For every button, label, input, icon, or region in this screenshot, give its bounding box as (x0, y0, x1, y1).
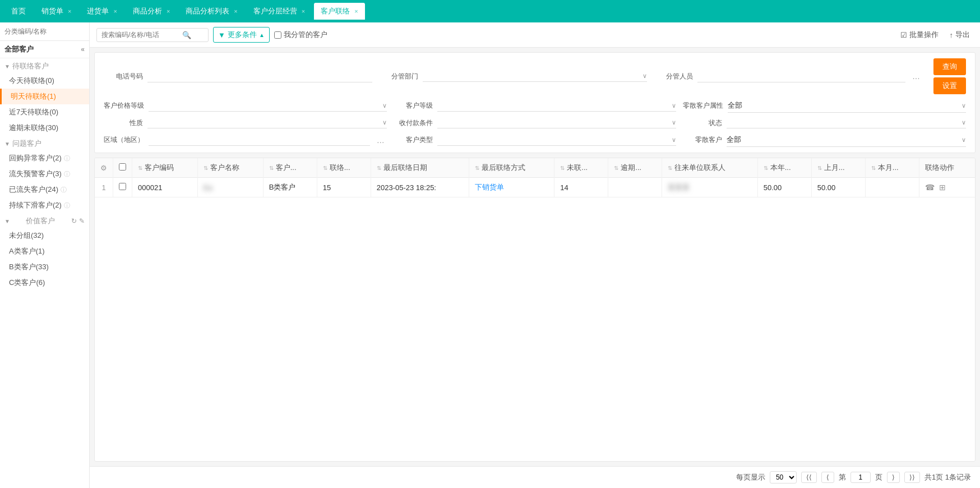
col-customer-name[interactable]: 客户名称 (197, 158, 263, 178)
filter-price-level-field: 客户价格等级 ∨ (104, 100, 387, 112)
filter-customer-type-select[interactable]: ∨ (437, 135, 677, 146)
col-last-contact-method[interactable]: 最后联络方式 (469, 158, 554, 178)
sidebar-item-7days-contact[interactable]: 近7天待联络(0) (0, 104, 89, 120)
filter-person-label: 分管人员 (654, 72, 693, 81)
filter-person-input[interactable] (697, 71, 905, 82)
nav-product-analysis[interactable]: 商品分析 × (126, 3, 177, 20)
contact-action-icon[interactable]: ☎ (925, 183, 935, 192)
nav-product-analysis-list[interactable]: 商品分析列表 × (179, 3, 244, 20)
person-dots-icon[interactable]: … (910, 72, 922, 81)
sidebar-item-churn-warning[interactable]: 流失预警客户(3) ⓘ (0, 166, 89, 182)
page-unit-label: 页 (875, 472, 882, 482)
sidebar-item-declining[interactable]: 持续下滑客户(2) ⓘ (0, 197, 89, 213)
sidebar-item-ungrouped[interactable]: 未分组(32) (0, 228, 89, 243)
sidebar-item-churned[interactable]: 已流失客户(24) ⓘ (0, 182, 89, 197)
select-all-checkbox[interactable] (119, 163, 126, 171)
filter-status-field: 状态 ∨ (683, 117, 966, 128)
filter-dept-select[interactable]: ∨ (423, 71, 648, 82)
close-purchase-icon[interactable]: × (113, 8, 117, 15)
last-contact-method-link[interactable]: 下销货单 (475, 183, 504, 191)
my-customer-checkbox[interactable]: 我分管的客户 (274, 30, 327, 40)
row-checkbox[interactable] (119, 183, 126, 190)
row-overdue (608, 178, 662, 197)
close-customer-contact-icon[interactable]: × (354, 8, 358, 15)
page-size-select[interactable]: 50 (770, 471, 797, 484)
search-box: 🔍 (96, 28, 209, 42)
prev-page-button[interactable]: ⟨ (821, 472, 834, 483)
filter-retail-customer-select[interactable]: 全部 ∨ (727, 133, 966, 147)
close-sales-icon[interactable]: × (68, 8, 71, 15)
filter-retail-attr-select[interactable]: 全部 ∨ (728, 99, 966, 113)
filter-nature-select[interactable]: ∨ (147, 117, 387, 128)
col-checkbox[interactable] (113, 158, 132, 178)
close-customer-stratify-icon[interactable]: × (302, 8, 305, 15)
col-overdue[interactable]: 逾期... (608, 158, 662, 178)
col-uncontacted[interactable]: 未联... (554, 158, 608, 178)
group-problem-customers[interactable]: 问题客户 (0, 136, 89, 150)
sidebar-item-c-class[interactable]: C类客户(6) (0, 275, 89, 291)
retail-customer-value: 全部 (727, 135, 741, 145)
row-num: 1 (95, 178, 113, 197)
sidebar-item-b-class[interactable]: B类客户(33) (0, 259, 89, 275)
sidebar-item-overdue-contact[interactable]: 逾期未联络(30) (0, 120, 89, 136)
filter-phone-input[interactable] (147, 71, 372, 82)
edit-icon[interactable]: ✎ (79, 217, 85, 225)
sidebar-search-input[interactable] (4, 27, 89, 35)
group-value-customers[interactable]: 价值客户 ↻ ✎ (0, 213, 89, 228)
nav-sales[interactable]: 销货单 × (35, 3, 78, 20)
dept-chevron-icon: ∨ (642, 72, 647, 80)
col-settings[interactable]: ⚙ (95, 158, 113, 178)
filter-row-1: 电话号码 分管部门 ∨ 分管人员 … 查询 设置 (104, 58, 966, 94)
sidebar-item-today-contact[interactable]: 今天待联络(0) (0, 73, 89, 89)
nav-customer-contact[interactable]: 客户联络 × (314, 3, 364, 20)
close-product-analysis-icon[interactable]: × (167, 8, 170, 15)
refresh-icon[interactable]: ↻ (71, 217, 77, 225)
all-customers-header[interactable]: 全部客户 « (0, 41, 89, 58)
sidebar-item-repurchase-abnormal[interactable]: 回购异常客户(2) ⓘ (0, 150, 89, 166)
col-contact-count[interactable]: 联络... (317, 158, 371, 178)
next-page-button[interactable]: ⟩ (887, 472, 900, 483)
col-customer-code[interactable]: 客户编码 (132, 158, 198, 178)
retail-attr-chevron-icon: ∨ (961, 102, 966, 109)
sidebar-item-a-class[interactable]: A类客户(1) (0, 243, 89, 259)
more-action-icon[interactable]: ⊞ (939, 183, 946, 192)
col-last-contact-date[interactable]: 最后联络日期 (371, 158, 469, 178)
col-unit-contact[interactable]: 往来单位联系人 (662, 158, 757, 178)
nav-home[interactable]: 首页 (4, 3, 33, 20)
region-dots-icon[interactable]: … (375, 136, 387, 145)
filter-customer-level-select[interactable]: ∨ (437, 100, 677, 112)
filter-region-input[interactable] (149, 134, 370, 146)
last-page-button[interactable]: ⟩⟩ (904, 472, 920, 483)
settings-gear-icon[interactable]: ⚙ (100, 164, 107, 172)
page-number-input[interactable] (850, 472, 871, 483)
group-pending-contact[interactable]: 待联络客户 (0, 58, 89, 73)
col-this-year[interactable]: 本年... (757, 158, 811, 178)
main-search-input[interactable] (101, 31, 180, 39)
row-last-contact-method[interactable]: 下销货单 (469, 178, 554, 197)
sidebar-item-tomorrow-contact[interactable]: 明天待联络(1) (0, 89, 89, 104)
query-button[interactable]: 查询 (933, 58, 966, 75)
settings-button[interactable]: 设置 (933, 77, 966, 94)
main-search-icon[interactable]: 🔍 (182, 31, 191, 39)
first-page-button[interactable]: ⟨⟨ (801, 472, 817, 483)
close-product-analysis-list-icon[interactable]: × (234, 8, 237, 15)
nav-purchase[interactable]: 进货单 × (80, 3, 123, 20)
page-label: 第 (839, 472, 846, 482)
row-checkbox-cell[interactable] (113, 178, 132, 197)
filter-price-level-select[interactable]: ∨ (149, 100, 387, 112)
col-customer-type[interactable]: 客户... (263, 158, 317, 178)
filter-customer-level-field: 客户等级 ∨ (394, 100, 677, 112)
my-customer-check[interactable] (274, 31, 281, 39)
export-button[interactable]: ↑ 导出 (946, 27, 974, 42)
filter-retail-attr-label: 零散客户属性 (683, 101, 723, 111)
batch-operation-button[interactable]: ☑ 批量操作 (897, 27, 942, 42)
filter-payment-select[interactable]: ∨ (437, 117, 677, 128)
sidebar-search-container: 🔍 (0, 22, 89, 41)
nature-chevron-icon: ∨ (382, 119, 387, 126)
data-table: ⚙ 客户编码 客户名称 客户... (95, 158, 975, 197)
nav-customer-stratify[interactable]: 客户分层经营 × (247, 3, 312, 20)
col-last-month[interactable]: 上月... (811, 158, 865, 178)
filter-status-select[interactable]: ∨ (727, 117, 966, 128)
col-this-month[interactable]: 本月... (865, 158, 919, 178)
more-filter-button[interactable]: ▼ 更多条件 ▲ (213, 27, 270, 43)
